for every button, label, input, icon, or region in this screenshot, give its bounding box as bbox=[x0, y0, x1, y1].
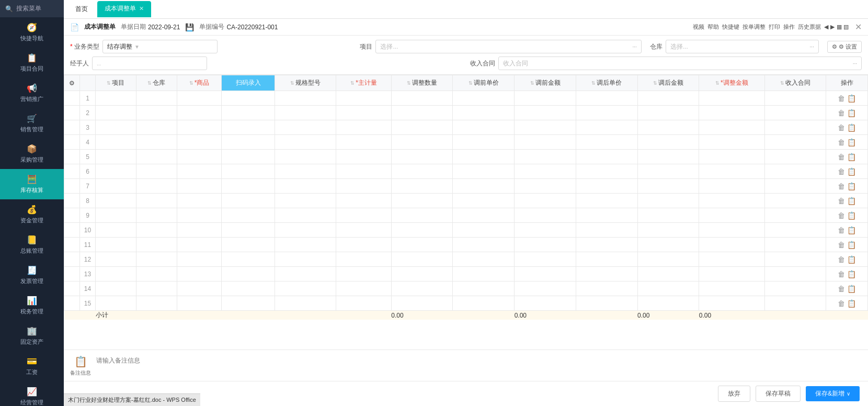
row-income-contract-cell[interactable] bbox=[764, 135, 826, 150]
row-unit-cell[interactable] bbox=[336, 208, 392, 223]
row-delete-btn[interactable]: 🗑 bbox=[838, 94, 845, 103]
row-income-contract-cell[interactable] bbox=[764, 106, 826, 120]
row-goods-cell[interactable] bbox=[177, 179, 222, 194]
sidebar-item-marketing[interactable]: 📢 营销推广 bbox=[0, 78, 64, 108]
row-goods-cell[interactable] bbox=[177, 106, 222, 120]
row-warehouse-cell[interactable] bbox=[136, 120, 177, 135]
row-copy-btn[interactable]: 📋 bbox=[847, 299, 856, 308]
row-adjust-amount-cell[interactable] bbox=[699, 208, 764, 223]
sidebar-item-finance[interactable]: 💰 资金管理 bbox=[0, 199, 64, 230]
row-after-price-cell[interactable] bbox=[576, 296, 637, 311]
save-new-button[interactable]: 保存&新增 ∨ bbox=[806, 386, 860, 401]
row-after-price-cell[interactable] bbox=[576, 179, 637, 194]
row-project-cell[interactable] bbox=[96, 252, 136, 267]
row-before-amount-cell[interactable] bbox=[515, 296, 576, 311]
row-adjust-qty-cell[interactable] bbox=[391, 238, 453, 252]
row-before-price-cell[interactable] bbox=[453, 164, 515, 179]
col-project[interactable]: ⇅项目 bbox=[96, 75, 136, 91]
row-adjust-qty-cell[interactable] bbox=[391, 296, 453, 311]
row-before-amount-cell[interactable] bbox=[515, 120, 576, 135]
row-project-cell[interactable] bbox=[96, 223, 136, 238]
row-adjust-qty-cell[interactable] bbox=[391, 106, 453, 120]
row-unit-cell[interactable] bbox=[336, 194, 392, 208]
row-adjust-qty-cell[interactable] bbox=[391, 120, 453, 135]
row-warehouse-cell[interactable] bbox=[136, 223, 177, 238]
row-after-price-cell[interactable] bbox=[576, 164, 637, 179]
tab-home[interactable]: 首页 bbox=[68, 2, 95, 17]
row-project-cell[interactable] bbox=[96, 150, 136, 164]
row-spec-cell[interactable] bbox=[275, 252, 336, 267]
row-before-price-cell[interactable] bbox=[453, 238, 515, 252]
row-scan-cell[interactable] bbox=[222, 91, 275, 106]
row-before-price-cell[interactable] bbox=[453, 296, 515, 311]
row-after-amount-cell[interactable] bbox=[637, 106, 699, 120]
row-warehouse-cell[interactable] bbox=[136, 296, 177, 311]
row-adjust-amount-cell[interactable] bbox=[699, 164, 764, 179]
row-income-contract-cell[interactable] bbox=[764, 150, 826, 164]
row-unit-cell[interactable] bbox=[336, 164, 392, 179]
sidebar-item-purchase[interactable]: 📦 采购管理 bbox=[0, 139, 64, 169]
project-input[interactable]: 选择... ··· bbox=[375, 40, 641, 53]
sidebar-item-payroll[interactable]: 💳 工资 bbox=[0, 351, 64, 381]
row-before-price-cell[interactable] bbox=[453, 179, 515, 194]
tab-cost-adjust[interactable]: 成本调整单✕ bbox=[97, 1, 151, 17]
row-adjust-qty-cell[interactable] bbox=[391, 223, 453, 238]
row-adjust-amount-cell[interactable] bbox=[699, 91, 764, 106]
row-delete-btn[interactable]: 🗑 bbox=[838, 123, 845, 132]
row-warehouse-cell[interactable] bbox=[136, 150, 177, 164]
nav-next[interactable]: ▶ bbox=[830, 24, 835, 30]
sidebar-item-invoice[interactable]: 🧾 发票管理 bbox=[0, 260, 64, 290]
row-after-price-cell[interactable] bbox=[576, 135, 637, 150]
row-project-cell[interactable] bbox=[96, 238, 136, 252]
row-copy-btn[interactable]: 📋 bbox=[847, 226, 856, 234]
row-after-amount-cell[interactable] bbox=[637, 252, 699, 267]
settings-button[interactable]: ⚙ ⚙ 设置 bbox=[827, 41, 862, 53]
row-spec-cell[interactable] bbox=[275, 223, 336, 238]
row-scan-cell[interactable] bbox=[222, 164, 275, 179]
row-warehouse-cell[interactable] bbox=[136, 106, 177, 120]
row-before-price-cell[interactable] bbox=[453, 150, 515, 164]
sidebar-item-ops[interactable]: 📈 经营管理 bbox=[0, 381, 64, 406]
row-unit-cell[interactable] bbox=[336, 106, 392, 120]
row-after-price-cell[interactable] bbox=[576, 238, 637, 252]
row-after-price-cell[interactable] bbox=[576, 120, 637, 135]
row-adjust-qty-cell[interactable] bbox=[391, 208, 453, 223]
row-before-price-cell[interactable] bbox=[453, 106, 515, 120]
row-unit-cell[interactable] bbox=[336, 223, 392, 238]
handler-input[interactable]: ... bbox=[92, 57, 207, 70]
row-after-amount-cell[interactable] bbox=[637, 179, 699, 194]
row-warehouse-cell[interactable] bbox=[136, 252, 177, 267]
row-unit-cell[interactable] bbox=[336, 252, 392, 267]
row-delete-btn[interactable]: 🗑 bbox=[838, 299, 845, 308]
row-scan-cell[interactable] bbox=[222, 296, 275, 311]
row-adjust-qty-cell[interactable] bbox=[391, 135, 453, 150]
row-adjust-amount-cell[interactable] bbox=[699, 194, 764, 208]
taskbar-wps[interactable]: 木门行业好业财处理方案-墓红红.doc - WPS Office bbox=[64, 393, 200, 406]
row-before-amount-cell[interactable] bbox=[515, 135, 576, 150]
row-before-amount-cell[interactable] bbox=[515, 223, 576, 238]
row-project-cell[interactable] bbox=[96, 91, 136, 106]
row-before-price-cell[interactable] bbox=[453, 267, 515, 281]
row-scan-cell[interactable] bbox=[222, 252, 275, 267]
row-adjust-qty-cell[interactable] bbox=[391, 164, 453, 179]
row-income-contract-cell[interactable] bbox=[764, 194, 826, 208]
col-spec[interactable]: ⇅规格型号 bbox=[275, 75, 336, 91]
toolbar-action-view[interactable]: 视频 bbox=[693, 23, 704, 31]
row-copy-btn[interactable]: 📋 bbox=[847, 138, 856, 146]
row-before-price-cell[interactable] bbox=[453, 281, 515, 296]
notes-input[interactable] bbox=[96, 353, 862, 374]
toolbar-action-print[interactable]: 打印 bbox=[769, 23, 780, 31]
col-before-amount[interactable]: ⇅调前金额 bbox=[515, 75, 576, 91]
row-delete-btn[interactable]: 🗑 bbox=[838, 197, 845, 205]
row-adjust-amount-cell[interactable] bbox=[699, 281, 764, 296]
row-scan-cell[interactable] bbox=[222, 267, 275, 281]
row-before-price-cell[interactable] bbox=[453, 135, 515, 150]
row-adjust-amount-cell[interactable] bbox=[699, 106, 764, 120]
row-before-price-cell[interactable] bbox=[453, 208, 515, 223]
row-copy-btn[interactable]: 📋 bbox=[847, 255, 856, 264]
row-delete-btn[interactable]: 🗑 bbox=[838, 167, 845, 176]
col-warehouse[interactable]: ⇅仓库 bbox=[136, 75, 177, 91]
row-project-cell[interactable] bbox=[96, 120, 136, 135]
row-before-amount-cell[interactable] bbox=[515, 281, 576, 296]
row-spec-cell[interactable] bbox=[275, 135, 336, 150]
